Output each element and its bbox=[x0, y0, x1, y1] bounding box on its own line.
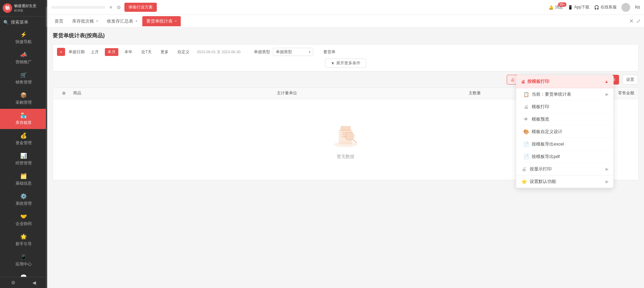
svg-line-5 bbox=[353, 139, 356, 143]
topbar-chevron-icon[interactable]: ▼ bbox=[109, 5, 113, 10]
col-header-settings[interactable]: ⚙ bbox=[57, 91, 70, 96]
dropdown-display-print-left: 🖨 按显示打印 bbox=[521, 166, 552, 172]
sidebar-item-finance[interactable]: 💰 资金管理 bbox=[0, 129, 47, 149]
dropdown-item-template-custom[interactable]: 🎨 模板自定义设计 bbox=[516, 126, 613, 138]
svg-rect-2 bbox=[341, 126, 351, 131]
dropdown-item-current[interactable]: 📋 当前：要货单统计表 ▶ bbox=[516, 88, 613, 101]
guide-icon: 🌟 bbox=[20, 233, 27, 240]
date-custom-button[interactable]: 自定义 bbox=[175, 48, 192, 56]
sidebar-item-label: 快捷导航 bbox=[16, 39, 32, 45]
window-maximize-icon[interactable]: ⤢ bbox=[636, 18, 641, 24]
sidebar-item-basic[interactable]: 🗂️ 基础信息 bbox=[0, 169, 47, 190]
filter-expand-button[interactable]: » bbox=[57, 48, 65, 56]
app-download-wrap[interactable]: 📱 App下载 bbox=[568, 4, 589, 10]
tab-close-receipt-summary[interactable]: × bbox=[135, 19, 137, 23]
tab-close-order-stats[interactable]: × bbox=[175, 19, 177, 23]
sidebar-item-label: 系统管理 bbox=[16, 201, 32, 206]
sidebar-item-inventory[interactable]: 🏪 库存核算 bbox=[0, 109, 47, 129]
expand-more-button[interactable]: ▼ 展开更多条件 bbox=[325, 59, 366, 68]
dropdown-set-default-left: ⭐ 设置默认功能 bbox=[521, 179, 556, 185]
dropdown-collapse-icon[interactable]: ▲ bbox=[605, 79, 609, 84]
topbar-right-area: 🔔 消息 99+ 📱 App下载 🎧 在线客服 Rit bbox=[549, 3, 640, 12]
sidebar-item-label: 应用中心 bbox=[16, 261, 32, 267]
dropdown-export-pdf-label: 按模板导出pdf bbox=[532, 154, 560, 160]
sidebar-search[interactable]: 🔍 搜索菜单 bbox=[0, 17, 47, 28]
sidebar-item-marketing[interactable]: 📣 营销推广 bbox=[0, 48, 47, 68]
sidebar-item-label: 采购管理 bbox=[16, 100, 32, 105]
tab-order-stats[interactable]: 要货单统计表 × bbox=[142, 16, 181, 26]
col-header-quantity: 主数量 bbox=[380, 90, 481, 96]
sidebar-nav: ⚡ 快捷导航 📣 营销推广 🛒 销售管理 📦 采购管理 🏪 库存核算 💰 资金管… bbox=[0, 28, 47, 277]
dropdown-display-print-label: 按显示打印 bbox=[530, 166, 552, 172]
online-service-wrap[interactable]: 🎧 在线客服 bbox=[594, 4, 617, 10]
window-close-icon[interactable]: ✕ bbox=[629, 18, 634, 24]
search-icon: 🔍 bbox=[3, 20, 9, 25]
sidebar-item-sales[interactable]: 🛒 销售管理 bbox=[0, 68, 47, 89]
sidebar-item-label: 基础信息 bbox=[16, 181, 32, 186]
order-items-label: 要货单 bbox=[323, 49, 335, 55]
dropdown-set-default-arrow-icon: ▶ bbox=[606, 179, 609, 184]
finance-icon: 💰 bbox=[20, 132, 27, 139]
date-more-button[interactable]: 更多 bbox=[158, 48, 171, 56]
date-last-7-days-button[interactable]: 近7天 bbox=[139, 48, 154, 56]
main-area: ▼ ⚙ 体验行业方案 🔔 消息 99+ 📱 App下载 🎧 在线客服 Rit 首… bbox=[47, 0, 644, 288]
sidebar-item-label: 销售管理 bbox=[16, 79, 32, 85]
date-current-year-button[interactable]: 本年 bbox=[122, 48, 135, 56]
window-controls: ✕ ⤢ bbox=[629, 18, 641, 24]
sidebar-item-system[interactable]: ⚙️ 系统管理 bbox=[0, 190, 47, 210]
collapse-icon[interactable]: ◀ bbox=[32, 280, 36, 285]
message-badge-wrap[interactable]: 🔔 消息 99+ bbox=[549, 4, 563, 10]
sidebar-item-collab[interactable]: 🤝 企业协同 bbox=[0, 210, 47, 230]
sidebar-item-wechat[interactable]: 💬 企业微信 bbox=[0, 270, 47, 277]
dropdown-item-export-excel[interactable]: 📄 按模板导出excel bbox=[516, 138, 613, 151]
dropdown-header: 🖨 按模板打印 ▲ bbox=[516, 75, 613, 88]
tab-batch-account[interactable]: 库存批次账 × bbox=[68, 16, 102, 26]
sidebar-bottom: ⚙ ◀ bbox=[0, 277, 47, 288]
topbar-gear-icon[interactable]: ⚙ bbox=[117, 5, 121, 10]
filter-bar: » 单据日期 上月 本月 本年 近7天 更多 自定义 2023-06-01 至 … bbox=[53, 44, 639, 71]
apps-icon: 📱 bbox=[20, 254, 27, 260]
tabbar: 首页 库存批次账 × 收发存汇总表 × 要货单统计表 × ✕ ⤢ bbox=[47, 15, 644, 28]
date-current-month-button[interactable]: 本月 bbox=[105, 48, 118, 56]
printer-icon: 🖨 bbox=[510, 77, 515, 82]
doc-type-select-wrap[interactable]: 单据类型 bbox=[273, 48, 313, 56]
order-items-filter: 要货单 bbox=[323, 49, 335, 55]
logo-text-block: 畅捷通好生意 标准版 bbox=[14, 3, 36, 12]
col-settings-icon: ⚙ bbox=[62, 91, 66, 96]
sidebar: 畅 畅捷通好生意 标准版 🔍 搜索菜单 ⚡ 快捷导航 📣 营销推广 🛒 销售管理… bbox=[0, 0, 47, 288]
doc-type-select[interactable]: 单据类型 bbox=[273, 48, 313, 56]
dropdown-title: 按模板打印 bbox=[527, 78, 549, 85]
page-title: 要货单统计表(按商品) bbox=[53, 32, 639, 39]
sidebar-item-apps[interactable]: 📱 应用中心 bbox=[0, 250, 47, 270]
dropdown-item-template-print[interactable]: 🖨 模板打印 bbox=[516, 101, 613, 113]
topbar-search-box bbox=[51, 6, 105, 9]
dropdown-item-template-preview[interactable]: 👁 模板预览 bbox=[516, 113, 613, 126]
svg-point-4 bbox=[347, 133, 353, 139]
user-avatar[interactable] bbox=[621, 3, 630, 12]
dropdown-printer-icon: 🖨 bbox=[521, 79, 525, 84]
dropdown-item-set-default[interactable]: ⭐ 设置默认功能 ▶ bbox=[516, 175, 613, 188]
trial-button[interactable]: 体验行业方案 bbox=[124, 3, 157, 12]
dropdown-item-export-pdf[interactable]: 📄 按模板导出pdf bbox=[516, 151, 613, 163]
message-badge: 99+ bbox=[558, 2, 566, 7]
settings-button[interactable]: 设置 bbox=[622, 75, 638, 85]
template-print-dropdown: 🖨 按模板打印 ▲ 📋 当前：要货单统计表 ▶ 🖨 模板打印 👁 模板预览 🎨 bbox=[516, 75, 614, 188]
tab-home[interactable]: 首页 bbox=[51, 16, 67, 26]
wechat-icon: 💬 bbox=[20, 274, 27, 277]
sidebar-item-business[interactable]: 📊 经营管理 bbox=[0, 149, 47, 169]
sidebar-item-guide[interactable]: 🌟 新手引导 bbox=[0, 230, 47, 250]
sidebar-item-purchase[interactable]: 📦 采购管理 bbox=[0, 89, 47, 109]
sidebar-item-label: 库存核算 bbox=[16, 120, 32, 126]
sidebar-item-quick-nav[interactable]: ⚡ 快捷导航 bbox=[0, 28, 47, 48]
settings-bottom-icon[interactable]: ⚙ bbox=[11, 280, 16, 285]
topbar: ▼ ⚙ 体验行业方案 🔔 消息 99+ 📱 App下载 🎧 在线客服 Rit bbox=[47, 0, 644, 15]
expand-more-label: 展开更多条件 bbox=[336, 60, 360, 66]
dropdown-item-display-print[interactable]: 🖨 按显示打印 ▶ bbox=[516, 163, 613, 175]
date-prev-month-button[interactable]: 上月 bbox=[88, 48, 101, 56]
app-name: 畅捷通好生意 bbox=[14, 3, 36, 8]
inventory-icon: 🏪 bbox=[20, 112, 27, 119]
dropdown-current-icon: 📋 bbox=[523, 92, 529, 97]
doc-type-filter: 单据类型 单据类型 bbox=[254, 48, 313, 56]
tab-receipt-summary[interactable]: 收发存汇总表 × bbox=[103, 16, 141, 26]
tab-close-batch-account[interactable]: × bbox=[96, 19, 98, 23]
